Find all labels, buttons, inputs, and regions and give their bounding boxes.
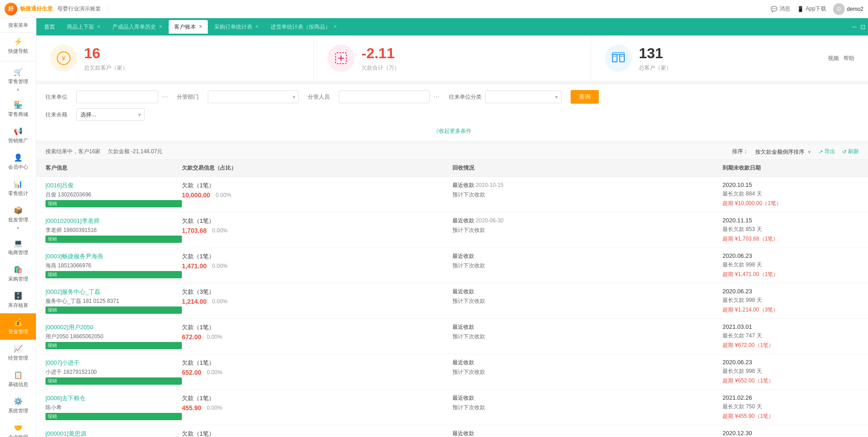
sort-label: 排序： (732, 148, 748, 156)
debt-ratio: 0.00% (216, 192, 231, 198)
overdue-link[interactable]: 超期 ¥672.00（1笔） (722, 342, 859, 349)
sidebar-item-label: 经营管理 (8, 355, 28, 362)
customer-name-link[interactable]: [0003]畅捷服务尹海燕 (45, 252, 182, 261)
overdue-days: 最长欠款 998 天 (722, 261, 859, 269)
overdue-link[interactable]: 超期 ¥652.00（1笔） (722, 377, 859, 385)
customer-name-link[interactable]: [0001020001]李老师 (45, 217, 182, 225)
customer-contact: 海燕 18513066976 (45, 262, 182, 270)
customer-name-link[interactable]: [0007]小进干 (45, 359, 182, 367)
more-icon[interactable]: ··· (433, 93, 439, 101)
sidebar-item-member[interactable]: 👤 会员中心 (0, 149, 36, 175)
phone-icon: 📱 (797, 6, 804, 12)
video-btn[interactable]: 视频 (828, 55, 839, 62)
overdue-date: 2020.06.23 (722, 359, 859, 366)
customer-name-link[interactable]: [000001]黄思源 (45, 430, 182, 437)
tab-purchase-order[interactable]: 采购订单统计表 ✕ (209, 20, 264, 34)
customer-info-7: [0006]去下粮仓 陈小希 现销 (45, 394, 182, 420)
overdue-link[interactable]: 超期 ¥1,471.00（1笔） (722, 271, 859, 278)
customer-name-link[interactable]: [0016]吕俊 (45, 181, 182, 190)
purchase-mgmt-icon: 🛍️ (14, 265, 23, 274)
message-btn[interactable]: 💬 消息 (771, 5, 790, 13)
search-menu-btn[interactable]: 搜索菜单 (0, 18, 36, 33)
refresh-label: 刷新 (848, 148, 859, 156)
customer-name-link[interactable]: [0002]服务中心_丁磊 (45, 288, 182, 296)
sidebar-item-marketing[interactable]: 📢 营销推广 (0, 122, 36, 149)
sidebar-item-capital[interactable]: 💰 资金管理 (0, 313, 36, 340)
sidebar-item-label: 系统管理 (8, 407, 28, 414)
tab-product-history[interactable]: 产成品入库单历史 ✕ (107, 20, 168, 34)
sidebar-item-enterprise[interactable]: 🤝 企业协同 (0, 419, 36, 437)
customer-info-8: [000001]黄思源 黄思源 13552700226 现销 (45, 430, 182, 437)
close-icon[interactable]: ✕ (333, 25, 337, 29)
debt-amount: 672.00 (182, 333, 201, 341)
overdue-link[interactable]: 超期 ¥1,214.00（3笔） (722, 306, 859, 314)
more-icon[interactable]: ··· (162, 93, 168, 101)
tab-home[interactable]: 首页 (39, 20, 60, 34)
maximize-icon[interactable]: ⊡ (860, 23, 866, 30)
content-area: ¥ 16 总欠款客户（家） -2.11 欠款合计（万） (36, 35, 868, 437)
tab-purchase-summary[interactable]: 进货单统计表（按商品） ✕ (265, 20, 342, 34)
tab-label: 进货单统计表（按商品） (271, 23, 331, 31)
sort-select[interactable]: 按欠款金额倒序排序 按欠款金额正序排序 按到期日期排序 (755, 149, 812, 155)
recovery-info-6: 最近收款 预计下次收款 (452, 359, 723, 376)
close-icon[interactable]: ✕ (97, 25, 100, 29)
search-button[interactable]: 查询 (571, 90, 599, 104)
overdue-days: 最长欠款 998 天 (722, 367, 859, 375)
close-icon[interactable]: ✕ (255, 25, 259, 29)
total-debt-customers-icon: ¥ (50, 45, 77, 72)
collapse-btn[interactable]: 《 收起更多条件 (45, 126, 859, 135)
debt-text: 欠款金额 -21,148.07元 (108, 148, 163, 155)
manager-input[interactable] (339, 90, 430, 103)
sidebar-item-inventory[interactable]: 🗄️ 库存核算 (0, 287, 36, 313)
source-unit-type-input[interactable] (485, 90, 562, 103)
refresh-btn[interactable]: ↺ 刷新 (842, 148, 859, 156)
sidebar-item-retail-mgmt[interactable]: 🛒 零售管理 ▲ (0, 63, 36, 96)
debt-row: 1,471.00 0.00% (182, 262, 452, 270)
overdue-link[interactable]: 超期 ¥455.90（1笔） (722, 412, 859, 420)
balance-select[interactable]: 选择... 欠款 预收 全部 (76, 108, 145, 121)
user-area[interactable]: D demo2 (833, 3, 863, 15)
help-btn[interactable]: 帮助 (843, 55, 854, 62)
total-debt-customers-number: 16 (84, 45, 128, 62)
tab-customer-account[interactable]: 客户账本 ✕ (169, 20, 208, 34)
sidebar-item-quick-nav[interactable]: ⚡ 快捷导航 (0, 33, 36, 59)
customer-contact: 李老师 18600391516 (45, 226, 182, 234)
sidebar-item-purchase-mgmt[interactable]: 🛍️ 采购管理 (0, 261, 36, 287)
recovery-latest: 最近收款 (452, 217, 474, 224)
recovery-latest-row: 最近收款 2020-10-15 (452, 181, 723, 189)
minimize-icon[interactable]: ─ (852, 23, 857, 30)
sidebar-item-ecommerce[interactable]: 💻 电商管理 (0, 234, 36, 261)
customer-name-link[interactable]: [0006]去下粮仓 (45, 394, 182, 402)
sidebar-divider-1 (0, 61, 36, 61)
customer-name-link[interactable]: [000002]用户2050 (45, 323, 182, 332)
sidebar-item-basic-info[interactable]: 📋 基础信息 (0, 366, 36, 392)
dept-input[interactable] (208, 90, 299, 103)
recovery-latest: 最近收款 (452, 323, 723, 331)
tab-product-on-off[interactable]: 商品上下架 ✕ (61, 20, 106, 34)
sidebar-item-system[interactable]: ⚙️ 系统管理 (0, 392, 36, 419)
sidebar-item-label: 基础信息 (8, 381, 28, 388)
sidebar-item-label: 企业协同 (8, 434, 28, 437)
sidebar-item-batch-mgmt[interactable]: 📦 批发管理 ▲ (0, 201, 36, 234)
export-btn[interactable]: ↗ 导出 (818, 148, 835, 156)
tab-bar-right: ─ ⊡ (852, 23, 866, 30)
sidebar-item-label: 电商管理 (8, 249, 28, 256)
recovery-latest: 最近收款 (452, 288, 723, 296)
sidebar-item-retail-mall[interactable]: 🏪 零售商城 (0, 96, 36, 122)
sidebar-item-label: 营销推广 (8, 137, 28, 144)
table-row: [0007]小进干 小进干 18279152100 现销 欠款（1笔） 652.… (36, 354, 868, 390)
source-unit-label: 往来单位 (45, 93, 73, 101)
sidebar-item-operations[interactable]: 📈 经营管理 (0, 340, 36, 366)
search-menu-label[interactable]: 搜索菜单 (3, 22, 33, 29)
close-icon[interactable]: ✕ (199, 25, 202, 29)
system-icon: ⚙️ (14, 397, 23, 406)
app-download-btn[interactable]: 📱 App下载 (797, 5, 826, 13)
overdue-days: 最长欠款 747 天 (722, 332, 859, 340)
overdue-link[interactable]: 超期 ¥10,000.00（1笔） (722, 200, 859, 207)
close-icon[interactable]: ✕ (159, 25, 162, 29)
sidebar-item-retail-stats[interactable]: 📊 零售统计 (0, 175, 36, 201)
capital-icon: 💰 (14, 318, 23, 326)
overdue-link[interactable]: 超期 ¥1,703.68（1笔） (722, 235, 859, 243)
source-unit-input[interactable] (76, 90, 158, 103)
overdue-days: 最长欠款 750 天 (722, 403, 859, 411)
